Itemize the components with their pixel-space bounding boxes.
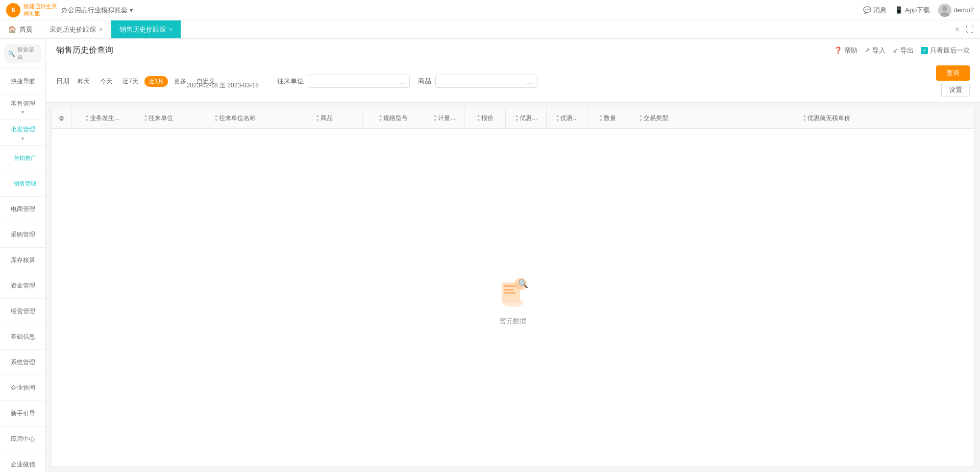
product-input[interactable]: ... [435,75,537,88]
date-today[interactable]: 今天 [96,76,116,87]
filter-actions: 查询 设置 [936,65,970,97]
sort-icon: ▲▼ [515,114,519,123]
sidebar-item-base-info[interactable]: 基础信息 [0,324,45,350]
user-menu[interactable]: demo2 [938,4,974,17]
table-col-spec[interactable]: ▲▼ 规格型号 [363,108,424,128]
date-1month[interactable]: 近1月 [144,76,168,87]
export-button[interactable]: ↙ 导出 [893,46,914,55]
help-icon: ❓ [834,46,842,54]
chevron-down-icon: ▾ [130,6,133,14]
query-button[interactable]: 查询 [936,65,970,81]
table-col-partner-code[interactable]: ▲▼ 往来单位 [133,108,184,128]
close-window-button[interactable]: × [955,25,960,34]
sidebar-item-sales[interactable]: 销售管理 [0,171,45,197]
sidebar-item-quick-nav[interactable]: 快捷导航 [0,69,45,95]
sidebar-item-finance[interactable]: 资金管理 [0,273,45,299]
sort-icon: ▲▼ [433,114,437,123]
table-col-quantity[interactable]: ▲▼ 数量 [587,108,628,128]
tab-bar: 🏠 首页 采购历史价跟踪 × 销售历史价跟踪 × × ⛶ [0,20,980,39]
table-col-partner-name[interactable]: ▲▼ 往来单位名称 [184,108,286,128]
table-col-unit[interactable]: ▲▼ 计量... [424,108,465,128]
partner-filter-group: 往来单位 ... [277,75,410,88]
sort-icon: ▲▼ [214,114,218,123]
svg-text:🔍: 🔍 [518,279,528,289]
date-7days[interactable]: 近7天 [118,76,142,87]
sidebar-item-retail[interactable]: 零售管理 ▾ [0,95,45,120]
sidebar-item-enterprise-wechat[interactable]: 企业微信 [0,452,45,472]
content-area: 销售历史价查询 ❓ 帮助 ↗ 导入 ↙ 导出 ✓ 只看最后一次 [46,39,980,472]
download-icon: 📱 [895,6,903,14]
tab-sales-history[interactable]: 销售历史价跟踪 × [111,20,181,38]
sidebar-item-marketing[interactable]: 营销推广 [0,146,45,171]
sidebar-item-purchase[interactable]: 采购管理 [0,222,45,248]
import-button[interactable]: ↗ 导入 [865,46,886,55]
page-title: 销售历史价查询 [56,45,113,56]
partner-label: 往来单位 [277,77,304,86]
sidebar-item-operations[interactable]: 经营管理 [0,299,45,324]
top-bar: 6 畅捷通好生意 标准版 办公用品行业模拟账套 ▾ 💬 消息 📱 App下载 d… [0,0,980,20]
app-download-button[interactable]: 📱 App下载 [895,6,930,15]
avatar [938,4,951,17]
sidebar-item-ecommerce[interactable]: 电商管理 [0,197,45,222]
message-button[interactable]: 💬 消息 [863,6,887,15]
app-title[interactable]: 办公用品行业模拟账套 ▾ [61,6,133,15]
show-last-checkbox-label[interactable]: ✓ 只看最后一次 [921,46,970,55]
close-tab-sales[interactable]: × [169,26,173,33]
sort-icon: ▲▼ [599,114,603,123]
table-col-product[interactable]: ▲▼ 商品 [286,108,363,128]
sort-icon: ▲▼ [316,114,320,123]
date-label: 日期 [56,77,69,86]
close-tab-purchase[interactable]: × [99,26,103,33]
svg-point-0 [942,6,947,11]
fullscreen-button[interactable]: ⛶ [966,25,974,34]
table-col-discount1[interactable]: ▲▼ 优惠... [506,108,547,128]
sidebar-item-system[interactable]: 系统管理 [0,350,45,375]
header-actions: ❓ 帮助 ↗ 导入 ↙ 导出 ✓ 只看最后一次 [834,46,970,55]
product-dots: ... [527,77,533,85]
top-bar-right: 💬 消息 📱 App下载 demo2 [863,4,974,17]
sidebar-item-wholesale[interactable]: 批发管理 ▴ [0,120,45,146]
help-button[interactable]: ❓ 帮助 [834,46,857,55]
sidebar-item-app-center[interactable]: 应用中心 [0,427,45,452]
home-icon: 🏠 [8,26,16,33]
main-layout: 🔍 搜索菜单 快捷导航 零售管理 ▾ 批发管理 ▴ 营销推广 销售管理 电商管理… [0,39,980,472]
tab-home[interactable]: 🏠 首页 [0,20,41,38]
import-icon: ↗ [865,46,870,54]
filter-row: 日期 昨天 今天 近7天 近1月 更多 自定义 2023-02-18 至 202… [56,65,970,97]
table-col-discount2[interactable]: ▲▼ 优惠... [547,108,587,128]
chevron-down-icon: ▾ [21,109,24,115]
product-label: 商品 [418,77,431,86]
sort-icon: ▲▼ [803,114,807,123]
table-col-pre-tax-price[interactable]: ▲▼ 优惠前无税单价 [679,108,974,128]
export-icon: ↙ [893,46,898,54]
date-yesterday[interactable]: 昨天 [74,76,94,87]
sidebar-item-new-guide[interactable]: 新手引导 [0,401,45,427]
sidebar-item-inventory[interactable]: 库存核算 [0,248,45,273]
settings-button[interactable]: 设置 [941,83,970,97]
partner-input[interactable]: ... [308,75,410,88]
filter-bar: 日期 昨天 今天 近7天 近1月 更多 自定义 2023-02-18 至 202… [46,60,980,103]
sort-icon: ▲▼ [556,114,560,123]
page-header: 销售历史价查询 ❓ 帮助 ↗ 导入 ↙ 导出 ✓ 只看最后一次 [46,39,980,60]
sort-icon: ▲▼ [379,114,383,123]
svg-point-1 [940,12,949,17]
date-range-display: 2023-02-18 至 2023-03-18 [186,81,258,90]
sidebar-search-area: 🔍 搜索菜单 [0,39,45,69]
svg-rect-5 [504,289,514,291]
logo-icon: 6 [6,3,20,17]
sort-icon: ▲▼ [477,114,481,123]
product-filter-group: 商品 ... [418,75,537,88]
sort-icon: ▲▼ [85,114,89,123]
logo-text: 畅捷通好生意 标准版 [23,3,57,16]
table-col-trade-type[interactable]: ▲▼ 交易类型 [628,108,679,128]
empty-text: 暂元数据 [500,317,526,326]
table-container: ⚙ ▲▼ 业务发生... ▲▼ 往来单位 ▲▼ 往来单位名称 ▲▼ 商品 [51,108,975,467]
table-col-gear[interactable]: ⚙ [52,108,72,128]
table-col-quote[interactable]: ▲▼ 报价 [465,108,506,128]
tab-purchase-history[interactable]: 采购历史价跟踪 × [41,20,111,38]
sidebar-item-enterprise-collab[interactable]: 企业协同 [0,375,45,401]
sort-icon: ▲▼ [144,114,148,123]
top-bar-left: 6 畅捷通好生意 标准版 办公用品行业模拟账套 ▾ [6,3,133,17]
table-col-biz-date[interactable]: ▲▼ 业务发生... [72,108,133,128]
search-menu-button[interactable]: 🔍 搜索菜单 [4,44,41,63]
